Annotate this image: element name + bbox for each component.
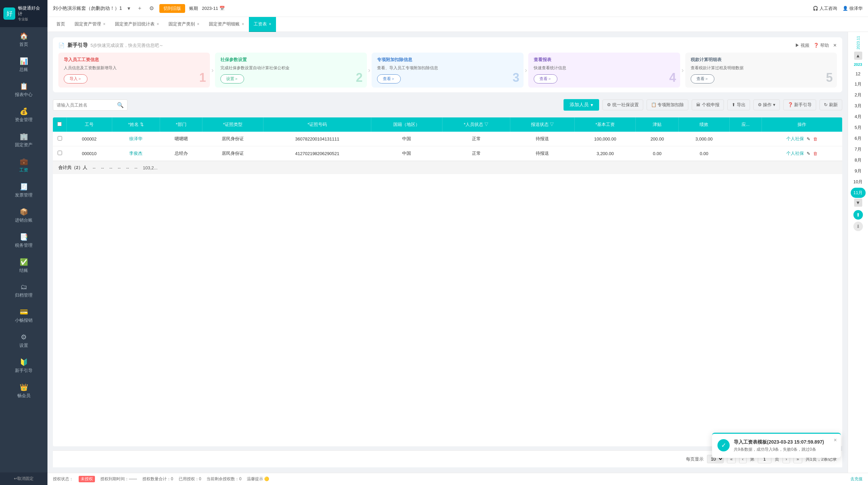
auth-status-label: 授权状态：: [53, 476, 73, 482]
tab-close-btn[interactable]: ×: [103, 22, 105, 26]
guide-help-btn[interactable]: ❓ 帮助: [813, 42, 829, 49]
sidebar-item-资金管理[interactable]: 💰资金管理: [0, 102, 47, 128]
calendar-month-6月[interactable]: 6月: [851, 133, 866, 144]
tab-label: 固定资产管理: [75, 21, 101, 27]
sidebar-item-总账[interactable]: 📊总账: [0, 52, 47, 77]
guide-video-btn[interactable]: ▶ 视频: [795, 42, 810, 49]
sidebar-icon: 💳: [20, 308, 28, 316]
sidebar-item-新手引导[interactable]: 🔰新手引导: [0, 353, 47, 378]
refresh-btn[interactable]: ↻ 刷新: [820, 99, 842, 110]
row-checkbox-cell[interactable]: [53, 146, 66, 161]
calendar-month-3月[interactable]: 3月: [851, 101, 866, 111]
guide-btn[interactable]: ❓ 新手引导: [783, 99, 816, 110]
step-btn[interactable]: 查看＞: [534, 74, 557, 83]
action-social-link[interactable]: 个人社保: [786, 150, 804, 156]
calendar-month-1月[interactable]: 1月: [851, 79, 866, 89]
row-checkbox-cell[interactable]: [53, 132, 66, 146]
calendar-up-btn[interactable]: ▲: [854, 52, 862, 60]
sidebar-item-首页[interactable]: 🏠首页: [0, 27, 47, 52]
right-panel-icon-1[interactable]: ⬆: [853, 210, 863, 220]
row-action: 个人社保 ✎ 🗑: [762, 146, 842, 161]
sidebar-item-报表中心[interactable]: 📋报表中心: [0, 77, 47, 102]
tab-label: 固定资产明细账: [209, 21, 240, 27]
calendar-month-11月[interactable]: 11月: [851, 188, 866, 198]
name-link[interactable]: 李俊杰: [129, 151, 142, 156]
col-id-no: *证照号码: [263, 117, 371, 132]
tab-close-btn[interactable]: ×: [197, 22, 199, 26]
calendar-month-10月[interactable]: 10月: [851, 177, 866, 187]
add-person-btn[interactable]: 添加人员 ▾: [564, 99, 599, 111]
period-label: 账期 2023-11 📅: [189, 5, 225, 12]
search-input[interactable]: [57, 102, 115, 108]
row-checkbox[interactable]: [58, 136, 62, 141]
name-link[interactable]: 徐泽华: [129, 136, 142, 141]
calendar-month-8月[interactable]: 8月: [851, 155, 866, 165]
step-btn[interactable]: 查看＞: [691, 74, 714, 83]
notification-close-btn[interactable]: ×: [834, 437, 837, 443]
sidebar-item-固定资产[interactable]: 🏢固定资产: [0, 128, 47, 153]
select-all-checkbox[interactable]: [57, 122, 62, 126]
sidebar-icon: 🗂: [20, 283, 27, 291]
export-btn[interactable]: ⬆ 导出: [727, 99, 750, 110]
calendar-down-btn[interactable]: ▼: [854, 199, 862, 207]
action-social-link[interactable]: 个人社保: [786, 136, 804, 142]
calendar-month-7月[interactable]: 7月: [851, 144, 866, 154]
tab-close-btn[interactable]: ×: [242, 22, 244, 26]
help-btn[interactable]: 🎧 人工咨询: [813, 5, 837, 12]
tab-close-btn[interactable]: ×: [269, 22, 271, 26]
social-insurance-btn[interactable]: ⚙ 统一社保设置: [603, 99, 643, 110]
col-checkbox[interactable]: [53, 117, 66, 132]
tab-固定资产明细账[interactable]: 固定资产明细账×: [204, 17, 249, 32]
step-btn[interactable]: 设置＞: [220, 74, 244, 83]
recharge-link[interactable]: 去充值: [850, 476, 863, 482]
settings-btn[interactable]: ⚙: [148, 4, 155, 13]
row-checkbox[interactable]: [58, 151, 62, 155]
row-dept: 嗯嗯嗯: [160, 132, 202, 146]
calendar-year-label: 2023: [851, 60, 866, 69]
action-edit-btn[interactable]: ✎: [807, 151, 810, 156]
row-id-type: 居民身份证: [202, 146, 263, 161]
action-edit-btn[interactable]: ✎: [807, 136, 810, 142]
calendar-month-2月[interactable]: 2月: [851, 90, 866, 100]
row-name: 徐泽华: [112, 132, 160, 146]
tax-declaration-btn[interactable]: 🏛 个税申报: [692, 99, 724, 110]
sidebar-item-税务管理[interactable]: 📑税务管理: [0, 228, 47, 253]
calendar-month-4月[interactable]: 4月: [851, 112, 866, 122]
action-delete-btn[interactable]: 🗑: [813, 151, 817, 156]
avatar: 👤: [843, 6, 848, 11]
sidebar-item-设置[interactable]: ⚙设置: [0, 328, 47, 353]
sidebar-item-小畅报销[interactable]: 💳小畅报销: [0, 303, 47, 328]
calendar-month-12[interactable]: 12: [851, 69, 866, 78]
operation-btn[interactable]: ⚙ 操作 ▾: [753, 99, 780, 110]
cancel-fixed-btn[interactable]: ↩取消固定: [0, 472, 47, 485]
tab-close-btn[interactable]: ×: [157, 22, 159, 26]
step-arrow: ›: [524, 66, 529, 74]
calendar-month-5月[interactable]: 5月: [851, 123, 866, 133]
used-auth-label: 已用授权：0: [179, 476, 201, 482]
sidebar-label: 结账: [19, 267, 28, 274]
sidebar-item-畅会员[interactable]: 👑畅会员: [0, 378, 47, 404]
tab-首页[interactable]: 首页: [52, 17, 70, 32]
col-id: 工号: [66, 117, 112, 132]
sidebar-item-归档管理[interactable]: 🗂归档管理: [0, 278, 47, 303]
dropdown-btn[interactable]: ▾: [126, 4, 132, 13]
sidebar-item-发票管理[interactable]: 🧾发票管理: [0, 178, 47, 203]
guide-close-btn[interactable]: ✕: [833, 43, 837, 48]
tab-固定资产折旧统计表[interactable]: 固定资产折旧统计表×: [110, 17, 164, 32]
sidebar-label: 新手引导: [15, 368, 33, 374]
version-switch-btn[interactable]: 切到旧版: [159, 4, 185, 13]
action-delete-btn[interactable]: 🗑: [813, 136, 817, 142]
right-panel-icon-2[interactable]: ⬇: [853, 222, 863, 231]
add-account-btn[interactable]: ＋: [136, 3, 144, 13]
sidebar-item-进销台账[interactable]: 📦进销台账: [0, 203, 47, 228]
tab-工资表[interactable]: 工资表×: [249, 17, 276, 32]
sidebar-item-结账[interactable]: ✅结账: [0, 253, 47, 278]
step-btn[interactable]: 导入＞: [64, 74, 87, 83]
col-report: 报送状态 ▽: [510, 117, 575, 132]
step-btn[interactable]: 查看＞: [377, 74, 401, 83]
sidebar-item-工资[interactable]: 💼工资: [0, 153, 47, 178]
tab-固定资产管理[interactable]: 固定资产管理×: [70, 17, 110, 32]
tab-固定资产类别[interactable]: 固定资产类别×: [164, 17, 204, 32]
special-deduction-btn[interactable]: 📋 专项附加扣除: [647, 99, 689, 110]
calendar-month-9月[interactable]: 9月: [851, 166, 866, 176]
